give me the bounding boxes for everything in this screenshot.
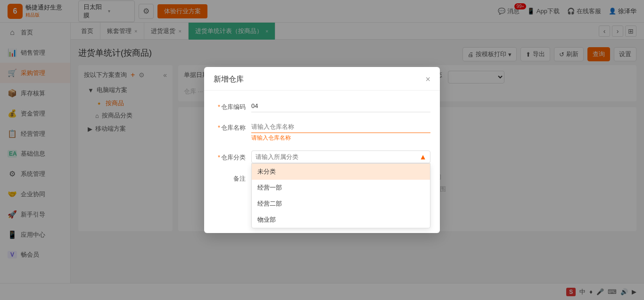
new-warehouse-dialog: 新增仓库 × *仓库编码 *仓库名称 请输入仓库名称 — [204, 67, 440, 233]
dialog-close-button[interactable]: × — [425, 75, 430, 84]
dialog-body: *仓库编码 *仓库名称 请输入仓库名称 *仓库分类 — [204, 91, 440, 202]
name-input[interactable] — [251, 121, 430, 133]
category-dropdown: 未分类 经营一部 经营二部 物业部 — [251, 163, 430, 228]
dropdown-item-2[interactable]: 经营二部 — [252, 196, 430, 212]
form-row-code: *仓库编码 — [214, 100, 430, 112]
modal-overlay: 新增仓库 × *仓库编码 *仓库名称 请输入仓库名称 — [0, 0, 644, 300]
dropdown-item-1[interactable]: 经营一部 — [252, 180, 430, 196]
code-label: *仓库编码 — [214, 100, 251, 111]
note-label: 备注 — [214, 172, 251, 183]
category-input-wrap: ▲ — [251, 150, 430, 163]
dialog-title: 新增仓库 — [214, 75, 244, 84]
category-input[interactable] — [251, 150, 430, 163]
name-error-tip: 请输入仓库名称 — [251, 134, 430, 142]
name-field-wrap: 请输入仓库名称 — [251, 121, 430, 142]
form-row-category: *仓库分类 ▲ 未分类 经营一部 — [214, 150, 430, 163]
code-field-wrap — [251, 100, 430, 112]
dropdown-item-3[interactable]: 物业部 — [252, 212, 430, 228]
dropdown-item-0[interactable]: 未分类 — [252, 164, 430, 180]
code-input[interactable] — [251, 100, 430, 112]
category-label: *仓库分类 — [214, 150, 251, 162]
category-chevron-icon[interactable]: ▲ — [419, 153, 427, 161]
category-field-wrap: ▲ 未分类 经营一部 经营二部 物业部 — [251, 150, 430, 163]
dialog-header: 新增仓库 × — [204, 67, 440, 91]
name-label: *仓库名称 — [214, 121, 251, 132]
form-row-name: *仓库名称 请输入仓库名称 — [214, 121, 430, 142]
